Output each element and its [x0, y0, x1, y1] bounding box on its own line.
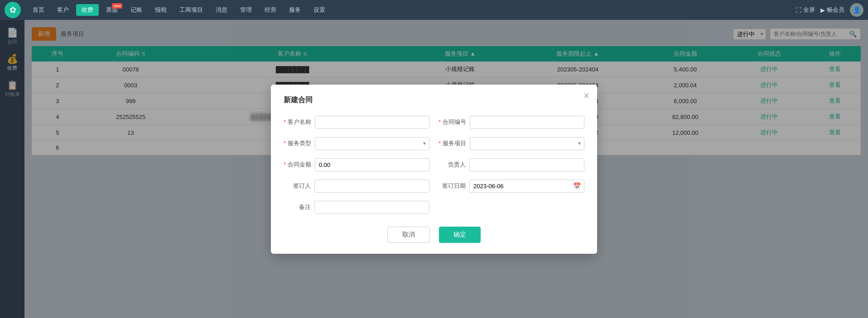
confirm-button[interactable]: 确定 [439, 227, 481, 243]
modal-close-button[interactable]: ✕ [583, 92, 590, 100]
nav-bookkeeping[interactable]: 记账 [125, 4, 148, 16]
user-avatar[interactable]: 👤 [850, 3, 863, 17]
form-row-5: 备注 [284, 201, 584, 214]
nav-billing[interactable]: 收费 [76, 4, 99, 16]
nav-commerce[interactable]: 工商项目 [174, 4, 208, 16]
sign-date-label: 签订日期 [439, 182, 466, 190]
service-type-field: 服务类型 [284, 137, 429, 150]
contract-no-field: 合同编号 [439, 116, 584, 129]
nav-message[interactable]: 消息 [210, 4, 233, 16]
service-type-select[interactable] [315, 137, 429, 150]
notes-input[interactable] [314, 201, 429, 214]
nav-invoice[interactable]: 票据 new [101, 4, 123, 16]
fullscreen-icon: ⛶ [796, 7, 801, 14]
modal-overlay[interactable]: ✕ 新建合同 客户名称 合同编号 服务类型 [0, 20, 868, 318]
top-navigation: ✿ 首页 客户 收费 票据 new 记账 报税 工商项目 消息 管理 经营 服务… [0, 0, 868, 20]
sign-date-wrap: 📅 [469, 180, 584, 193]
modal-title: 新建合同 [284, 95, 584, 105]
form-row-2: 服务类型 服务项目 [284, 137, 584, 150]
nav-service[interactable]: 服务 [284, 4, 306, 16]
form-row-1: 客户名称 合同编号 [284, 116, 584, 129]
sign-date-field: 签订日期 📅 [439, 180, 584, 193]
form-row-3: 合同金额 负责人 [284, 158, 584, 171]
service-item-label: 服务项目 [439, 139, 466, 147]
amount-label: 合同金额 [284, 161, 311, 169]
form-row-4: 签订人 签订日期 📅 [284, 180, 584, 193]
customer-name-label: 客户名称 [284, 118, 311, 126]
customer-name-field: 客户名称 [284, 116, 429, 129]
service-item-select[interactable] [470, 137, 584, 150]
member-button[interactable]: ▶ 畅会员 [820, 6, 844, 14]
service-item-select-wrap [470, 137, 584, 150]
contract-no-label: 合同编号 [439, 118, 466, 126]
service-type-select-wrap [315, 137, 429, 150]
sign-date-input[interactable] [469, 180, 584, 193]
nav-client[interactable]: 客户 [52, 4, 74, 16]
notes-field: 备注 [284, 201, 429, 214]
fullscreen-label: 全屏 [803, 6, 815, 14]
member-label: 畅会员 [827, 6, 844, 14]
new-contract-modal: ✕ 新建合同 客户名称 合同编号 服务类型 [271, 85, 597, 254]
responsible-field: 负责人 [439, 158, 584, 171]
nav-tax[interactable]: 报税 [149, 4, 172, 16]
play-icon: ▶ [820, 7, 825, 14]
contract-no-input[interactable] [470, 116, 584, 129]
nav-operation[interactable]: 经营 [259, 4, 282, 16]
fullscreen-button[interactable]: ⛶ 全屏 [796, 6, 815, 14]
service-type-label: 服务类型 [284, 139, 311, 147]
amount-field: 合同金额 [284, 158, 429, 171]
amount-input[interactable] [315, 158, 429, 171]
nav-management[interactable]: 管理 [235, 4, 257, 16]
customer-name-input[interactable] [315, 116, 429, 129]
modal-footer: 取消 确定 [284, 227, 584, 243]
service-item-field: 服务项目 [439, 137, 584, 150]
signatory-input[interactable] [314, 180, 429, 193]
app-logo: ✿ [5, 2, 21, 18]
responsible-label: 负责人 [439, 161, 466, 169]
signatory-field: 签订人 [284, 180, 429, 193]
signatory-label: 签订人 [284, 182, 311, 190]
nav-home[interactable]: 首页 [27, 4, 50, 16]
responsible-input[interactable] [469, 158, 584, 171]
cancel-button[interactable]: 取消 [387, 227, 430, 243]
new-badge: new [112, 3, 122, 9]
notes-label: 备注 [284, 203, 311, 211]
nav-right-section: ⛶ 全屏 ▶ 畅会员 👤 [796, 3, 863, 17]
nav-settings[interactable]: 设置 [308, 4, 331, 16]
